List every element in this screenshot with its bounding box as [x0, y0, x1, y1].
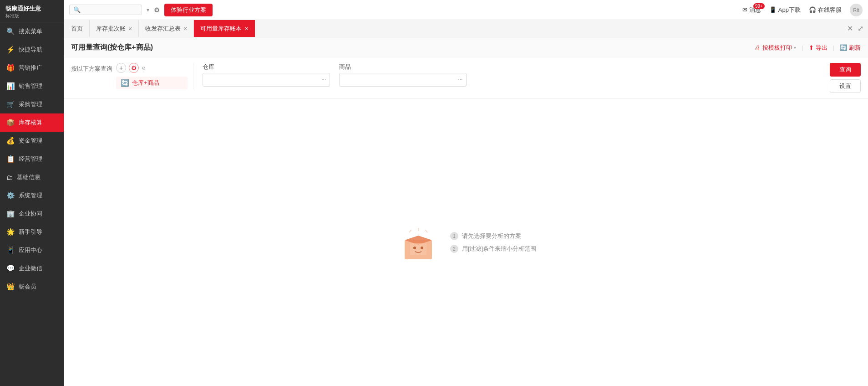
sidebar-item-guide[interactable]: 🌟 新手引导 [0, 223, 64, 241]
page-title: 可用量查询(按仓库+商品) [71, 43, 153, 52]
empty-illustration [396, 220, 441, 265]
product-input[interactable] [343, 77, 456, 83]
empty-text: 1 请先选择要分析的方案 2 用[过滤]条件来缩小分析范围 [450, 232, 536, 253]
empty-wrapper: 1 请先选择要分析的方案 2 用[过滤]条件来缩小分析范围 [396, 220, 536, 265]
hint-num-1: 1 [450, 232, 458, 240]
sidebar-item-enterprise[interactable]: 🏢 企业协同 [0, 205, 64, 223]
query-button[interactable]: 查询 [830, 63, 861, 77]
print-icon: 🖨 [755, 44, 761, 51]
sidebar-item-label: 系统管理 [19, 191, 42, 200]
sidebar-item-quick-nav[interactable]: ⚡ 快捷导航 [0, 41, 64, 59]
sidebar-item-search[interactable]: 🔍 搜索菜单 [0, 22, 64, 41]
purchase-icon: 🛒 [6, 100, 15, 108]
print-chevron-icon[interactable]: ▾ [794, 45, 796, 50]
sidebar-item-sales[interactable]: 📊 销售管理 [0, 77, 64, 95]
sidebar-item-label: 营销推广 [19, 64, 42, 72]
print-button[interactable]: 🖨 按模板打印 ▾ [755, 44, 796, 52]
tab-stock-summary-close[interactable]: × [183, 26, 187, 32]
app-download-icon: 📱 [769, 6, 777, 13]
trial-button[interactable]: 体验行业方案 [164, 4, 213, 16]
sidebar-item-label: 销售管理 [19, 82, 42, 90]
hint-text-2: 用[过滤]条件来缩小分析范围 [462, 245, 536, 253]
refresh-label: 刷新 [849, 44, 861, 52]
tab-batch-ledger[interactable]: 库存批次账 × [90, 20, 139, 37]
sidebar-item-business[interactable]: 📋 经营管理 [0, 150, 64, 168]
online-service-button[interactable]: 🎧 在线客服 [809, 6, 842, 14]
export-button[interactable]: ⬆ 导出 [809, 44, 827, 52]
svg-rect-2 [410, 243, 426, 255]
inventory-icon: 📦 [6, 118, 15, 127]
tab-available-ledger-close[interactable]: × [244, 26, 248, 32]
topbar-search-box[interactable]: 🔍 [69, 5, 142, 15]
topbar-chevron-icon[interactable]: ▾ [147, 7, 149, 13]
user-menu[interactable]: Rit [850, 4, 863, 16]
sidebar-item-system[interactable]: ⚙️ 系统管理 [0, 186, 64, 205]
page-content: 可用量查询(按仓库+商品) 🖨 按模板打印 ▾ | ⬆ 导出 | 🔄 刷新 [64, 37, 868, 386]
quick-nav-icon: ⚡ [6, 46, 15, 54]
sidebar-item-label: 搜索菜单 [19, 27, 42, 36]
sidebar-item-label: 新手引导 [19, 228, 42, 236]
product-field-label: 商品 [339, 63, 467, 71]
main-area: 🔍 ▾ ⚙ 体验行业方案 ✉ 消息 99+ 📱 App下载 🎧 在线客服 Rit [64, 0, 868, 386]
filter-scheme-panel: + ⚙ « 🔄 仓库+商品 [116, 63, 193, 89]
sidebar-item-label: 企业协同 [19, 210, 42, 218]
empty-hint-2: 2 用[过滤]条件来缩小分析范围 [450, 245, 536, 253]
sidebar-item-finance[interactable]: 💰 资金管理 [0, 132, 64, 150]
app-download-button[interactable]: 📱 App下载 [769, 6, 801, 14]
settings-button[interactable]: 设置 [830, 79, 861, 93]
tab-stock-summary[interactable]: 收发存汇总表 × [139, 20, 194, 37]
scheme-settings-button[interactable]: ⚙ [129, 63, 139, 73]
topbar-gear-icon[interactable]: ⚙ [154, 6, 160, 14]
warehouse-more-icon[interactable]: ··· [321, 76, 326, 84]
topbar-search-input[interactable] [82, 7, 128, 13]
tab-available-ledger[interactable]: 可用量库存账本 × [194, 20, 255, 37]
sidebar-item-wechat[interactable]: 💬 企业微信 [0, 259, 64, 278]
sales-icon: 📊 [6, 82, 15, 90]
message-button[interactable]: ✉ 消息 99+ [742, 6, 761, 14]
finance-icon: 💰 [6, 137, 15, 145]
sidebar-item-member[interactable]: 👑 畅会员 [0, 278, 64, 296]
sidebar-item-basic-info[interactable]: 🗂 基础信息 [0, 168, 64, 186]
tab-home[interactable]: 首页 [64, 20, 90, 37]
member-icon: 👑 [6, 283, 15, 291]
sidebar-item-app-center[interactable]: 📱 应用中心 [0, 241, 64, 259]
scheme-warehouse-product[interactable]: 🔄 仓库+商品 [116, 77, 188, 89]
refresh-icon: 🔄 [840, 44, 847, 51]
product-filter-field: 商品 ··· [339, 63, 467, 87]
warehouse-input[interactable] [207, 77, 320, 83]
warehouse-filter-field: 仓库 ··· [203, 63, 330, 87]
message-icon: ✉ [742, 6, 747, 13]
tab-close-all-icon[interactable]: ✕ [847, 24, 853, 33]
topbar: 🔍 ▾ ⚙ 体验行业方案 ✉ 消息 99+ 📱 App下载 🎧 在线客服 Rit [64, 0, 868, 20]
sidebar-item-label: 应用中心 [19, 246, 42, 254]
tab-batch-ledger-close[interactable]: × [128, 26, 132, 32]
system-icon: ⚙️ [6, 191, 15, 200]
scheme-collapse-icon[interactable]: « [142, 64, 146, 72]
filter-label: 按以下方案查询 [71, 63, 112, 73]
sidebar-item-marketing[interactable]: 🎁 营销推广 [0, 59, 64, 77]
sidebar-item-label: 快捷导航 [19, 46, 42, 54]
sidebar-item-inventory[interactable]: 📦 库存核算 [0, 113, 64, 132]
page-header-actions: 🖨 按模板打印 ▾ | ⬆ 导出 | 🔄 刷新 [755, 44, 861, 52]
search-icon: 🔍 [73, 6, 81, 13]
app-logo: 畅康通好生意 标准版 [0, 0, 64, 22]
app-download-label: App下载 [778, 6, 801, 14]
hint-text-1: 请先选择要分析的方案 [462, 232, 521, 240]
sidebar-item-purchase[interactable]: 🛒 采购管理 [0, 95, 64, 113]
svg-line-7 [425, 230, 427, 232]
add-scheme-button[interactable]: + [116, 63, 126, 73]
marketing-icon: 🎁 [6, 64, 15, 72]
refresh-button[interactable]: 🔄 刷新 [840, 44, 861, 52]
scheme-header: + ⚙ « [116, 63, 188, 73]
sidebar: 畅康通好生意 标准版 🔍 搜索菜单 ⚡ 快捷导航 🎁 营销推广 📊 销售管理 🛒… [0, 0, 64, 386]
tab-expand-icon[interactable]: ⤢ [858, 24, 863, 33]
empty-svg [396, 220, 441, 265]
hint-num-2: 2 [450, 245, 458, 253]
product-more-icon[interactable]: ··· [458, 76, 462, 84]
empty-hint-1: 1 请先选择要分析的方案 [450, 232, 536, 240]
page-header: 可用量查询(按仓库+商品) 🖨 按模板打印 ▾ | ⬆ 导出 | 🔄 刷新 [64, 37, 868, 57]
tabbar: 首页 库存批次账 × 收发存汇总表 × 可用量库存账本 × ✕ ⤢ [64, 20, 868, 37]
warehouse-field-label: 仓库 [203, 63, 330, 71]
sidebar-item-label: 基础信息 [17, 173, 41, 181]
tab-window-controls: ✕ ⤢ [843, 24, 868, 33]
